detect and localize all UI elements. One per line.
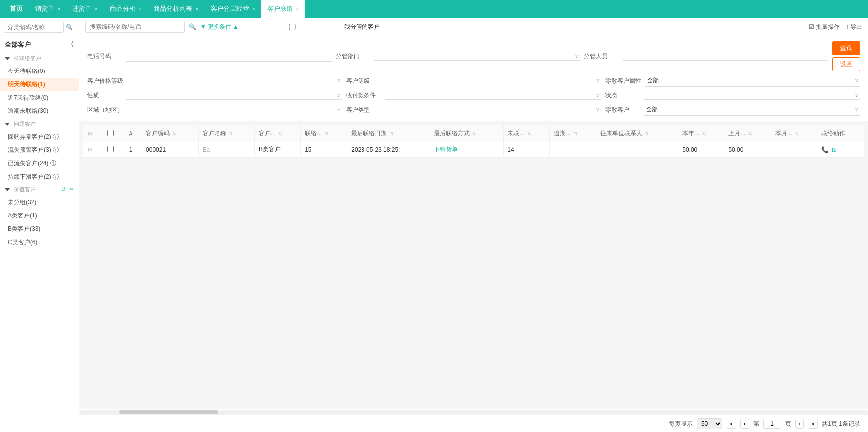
sidebar-search-icon[interactable]: 🔍 [66, 24, 73, 31]
col-this-month[interactable]: 本月... ⇅ [771, 125, 817, 142]
close-customer-contact-icon[interactable]: × [296, 6, 299, 12]
price-level-select[interactable]: ∨ [127, 76, 342, 85]
row-this-year: 50.00 [678, 142, 724, 158]
pending-contact-group: 待联络客户 [0, 52, 79, 65]
search-input[interactable] [85, 21, 185, 33]
my-customers-checkbox-label[interactable]: 我分管的客户 [243, 23, 380, 31]
sort-not-contacted-icon: ⇅ [527, 131, 531, 136]
sort-class-icon: ⇅ [278, 131, 282, 136]
value-customers-toggle-icon[interactable] [5, 188, 10, 191]
close-purchase-icon[interactable]: × [94, 6, 97, 12]
chevron-up-icon: ▲ [233, 23, 239, 30]
payment-select[interactable]: ∨ [385, 91, 601, 100]
customer-type-select[interactable]: ∨ [385, 105, 601, 114]
export-btn[interactable]: ↑ 导出 [846, 23, 862, 31]
sidebar-item-overdue[interactable]: 逾期未联络(30) [0, 104, 79, 118]
per-page-label: 每页显示 [669, 420, 693, 428]
value-edit-icon[interactable]: ✏ [70, 186, 74, 193]
sidebar-item-today[interactable]: 今天待联络(0) [0, 65, 79, 78]
sidebar-item-declining[interactable]: 持续下滑客户(2) ⓘ [0, 170, 79, 184]
settings-button[interactable]: 设置 [832, 57, 860, 71]
grid-icon[interactable]: ⊞ [832, 146, 837, 153]
customer-level-select[interactable]: ∨ [385, 76, 601, 85]
per-page-select[interactable]: 50 100 200 [697, 418, 722, 429]
value-refresh-icon[interactable]: ↺ [61, 186, 66, 193]
sort-unit-contact-icon: ⇅ [645, 131, 649, 136]
sidebar-item-tomorrow[interactable]: 明天待联络(1) [0, 78, 79, 91]
payment-field: 收付款条件 ∨ [346, 91, 601, 100]
dept-select[interactable]: ∨ [374, 52, 580, 61]
row-checkbox[interactable] [103, 142, 125, 158]
row-gear[interactable]: ⚙ [83, 142, 103, 158]
nav-sales[interactable]: 销货单 × [29, 0, 66, 18]
next-page-btn[interactable]: › [795, 419, 804, 429]
col-name[interactable]: 客户名称 ⇅ [198, 125, 254, 142]
col-overdue[interactable]: 逾期... ⇅ [550, 125, 596, 142]
close-analysis-icon[interactable]: × [139, 6, 142, 12]
retail-customer-select[interactable]: 全部 ∨ [644, 104, 860, 116]
last-page-btn[interactable]: » [808, 419, 818, 429]
all-customers-header[interactable]: 全部客户 《 [0, 37, 79, 52]
collapse-all-icon[interactable]: 《 [67, 40, 74, 49]
nav-analysis-list[interactable]: 商品分析列表 × [147, 0, 204, 18]
sidebar-item-lost-risk[interactable]: 流失预警客户(3) ⓘ [0, 144, 79, 157]
search-btn[interactable]: 🔍 [189, 23, 196, 30]
close-customer-tier-icon[interactable]: × [252, 6, 255, 12]
nav-analysis[interactable]: 商品分析 × [104, 0, 147, 18]
page-number-input[interactable] [763, 419, 781, 429]
sidebar-item-class-a[interactable]: A类客户(1) [0, 209, 79, 222]
row-last-contact-method[interactable]: 下销货单 [430, 142, 504, 158]
scrollbar-thumb[interactable] [119, 410, 218, 414]
prev-page-btn[interactable]: ‹ [740, 419, 749, 429]
gear-col-header[interactable]: ⚙ [83, 125, 103, 142]
pending-contact-toggle-icon[interactable] [5, 57, 10, 60]
retail-attr-select[interactable]: 全部 ∨ [645, 75, 860, 87]
batch-action-btn[interactable]: ☑ 批量操作 [809, 23, 840, 31]
sidebar-item-class-c[interactable]: C类客户(6) [0, 236, 79, 249]
col-not-contacted[interactable]: 未联... ⇅ [504, 125, 550, 142]
nav-home[interactable]: 首页 [4, 0, 29, 18]
phone-input[interactable] [126, 51, 332, 62]
col-last-month[interactable]: 上月... ⇅ [724, 125, 771, 142]
gender-select[interactable]: ∨ [126, 91, 342, 100]
sidebar-item-ungrouped[interactable]: 未分组(32) [0, 196, 79, 209]
col-code[interactable]: 客户编码 ⇅ [142, 125, 198, 142]
horizontal-scrollbar[interactable] [79, 409, 868, 415]
payment-label: 收付款条件 [346, 91, 381, 100]
first-page-btn[interactable]: « [726, 419, 736, 429]
price-level-field: 客户价格等级 ∨ [87, 76, 342, 85]
table-body: ⚙ 1 000021 Ea B类客户 15 2023-05-23 18:25: … [83, 142, 864, 158]
col-unit-contact[interactable]: 往来单位联系人 ⇅ [596, 125, 678, 142]
col-class[interactable]: 客户... ⇅ [254, 125, 300, 142]
main-content: 🔍 ▼ 更多条件 ▲ 我分管的客户 ☑ 批量操作 ↑ 导出 [79, 18, 868, 432]
close-sales-icon[interactable]: × [57, 6, 60, 12]
customer-type-field: 客户类型 ∨ [346, 105, 601, 114]
area-select[interactable]: ··· [127, 105, 342, 114]
phone-icon[interactable]: 📞 [821, 146, 829, 153]
col-this-year[interactable]: 本年... ⇅ [678, 125, 724, 142]
col-contact-count[interactable]: 联络... ⇅ [301, 125, 347, 142]
last-contact-link[interactable]: 下销货单 [434, 146, 458, 153]
sidebar-item-repurchase[interactable]: 回购异常客户(2) ⓘ [0, 130, 79, 144]
filter-row-2: 客户价格等级 ∨ 客户等级 ∨ 零散客户属性 全部 [87, 75, 860, 87]
manager-select[interactable]: ··· [623, 52, 828, 61]
select-all-checkbox[interactable] [107, 130, 114, 136]
nav-customer-tier[interactable]: 客户分层经营 × [205, 0, 261, 18]
sidebar-item-week7[interactable]: 近7天待联络(0) [0, 91, 79, 105]
more-conditions-btn[interactable]: ▼ 更多条件 ▲ [200, 23, 239, 31]
batch-icon: ☑ [809, 23, 814, 30]
col-last-contact-method[interactable]: 最后联络方式 ⇅ [430, 125, 504, 142]
sidebar-item-class-b[interactable]: B类客户(33) [0, 222, 79, 236]
status-select[interactable]: ∨ [644, 91, 860, 100]
sidebar-item-lost[interactable]: 已流失客户(24) ⓘ [0, 157, 79, 170]
problem-customers-toggle-icon[interactable] [5, 123, 10, 126]
my-customers-checkbox[interactable] [243, 24, 342, 30]
sidebar-search-input[interactable] [4, 22, 64, 33]
col-last-contact-date[interactable]: 最后联络日期 ⇅ [347, 125, 430, 142]
nav-purchase[interactable]: 进货单 × [66, 0, 103, 18]
row-index: 1 [125, 142, 142, 158]
query-button[interactable]: 查询 [832, 41, 860, 55]
checkbox-col-header[interactable] [103, 125, 125, 142]
close-analysis-list-icon[interactable]: × [195, 6, 198, 12]
nav-customer-contact[interactable]: 客户联络 × [261, 0, 305, 18]
